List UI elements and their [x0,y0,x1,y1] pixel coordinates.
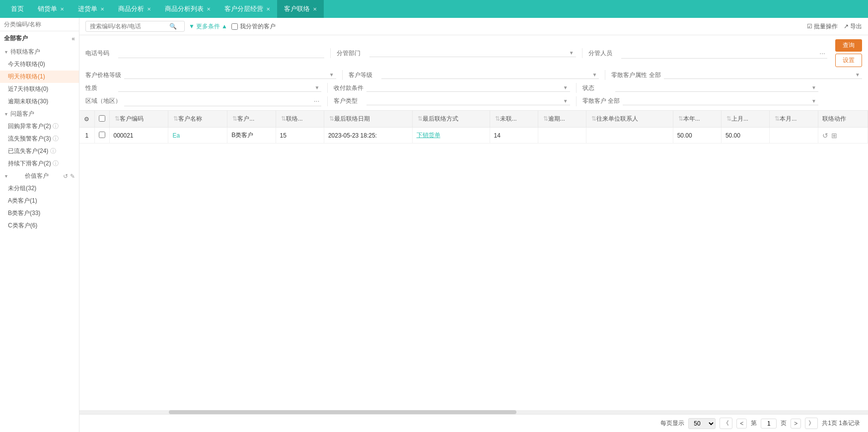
scrollbar-thumb[interactable] [169,410,516,414]
td-seq: 1 [79,128,94,144]
filter-retail-select[interactable]: ▼ [623,97,818,105]
ellipsis-icon[interactable]: ··· [314,97,320,105]
nav-sales-order[interactable]: 销货单 ✕ [31,0,71,18]
sidebar-item-b-class[interactable]: B类客户(33) [0,207,79,219]
per-page-select[interactable]: 50 100 200 [688,418,716,429]
nav-purchase-order[interactable]: 进货单 ✕ [71,0,111,18]
filter-more-btn[interactable]: ▼ 更多条件 ▲ [189,22,227,31]
chevron-down-icon: ▼ [592,72,597,77]
th-this-month: ⇅本月... [770,111,818,128]
filter-price-grade: 客户价格等级 ▼ [85,71,336,79]
th-gear[interactable]: ⚙ [79,111,94,128]
sidebar-item-declining[interactable]: 持续下滑客户(2) ⓘ [0,157,79,170]
nav-customer-tier[interactable]: 客户分层经营 ✕ [217,0,277,18]
query-button[interactable]: 查询 [835,39,862,52]
grid-action-icon[interactable]: ⊞ [831,132,837,140]
last-page-btn[interactable]: 》 [805,418,818,429]
td-action[interactable]: ↺ ⊞ [818,128,868,144]
refresh-action-icon[interactable]: ↺ [822,132,828,140]
my-customers-checkbox[interactable]: 我分管的客户 [231,22,276,31]
filter-dept: 分管部门 ▼ [337,49,576,58]
page-input[interactable] [761,419,777,429]
search-wrap: 🔍 [85,21,185,32]
filter-payment-select[interactable]: ▼ [366,84,570,92]
ellipsis-icon[interactable]: ··· [819,49,825,57]
close-icon[interactable]: ✕ [147,6,151,12]
filter-nature: 性质 ▼ [85,84,321,92]
select-all-checkbox[interactable] [99,115,105,122]
filter-row-4: 区域（地区） ··· 客户类型 ▼ 零散客户 全部 [85,96,862,106]
td-check[interactable] [94,128,109,144]
sidebar-item-lost-warning[interactable]: 流失预警客户(3) ⓘ [0,133,79,145]
close-icon[interactable]: ✕ [100,6,104,12]
nav-product-analysis-list[interactable]: 商品分析列表 ✕ [158,0,217,18]
search-input[interactable] [90,23,169,30]
first-page-btn[interactable]: 《 [720,418,732,429]
chevron-down-icon: ▼ [811,85,816,90]
sidebar-item-today[interactable]: 今天待联络(0) [0,58,79,71]
chevron-down-icon: ▼ [314,85,319,90]
filter-nature-label: 性质 [85,84,115,92]
nav-product-analysis[interactable]: 商品分析 ✕ [111,0,158,18]
close-icon[interactable]: ✕ [266,6,270,12]
sidebar-search-input[interactable] [4,21,78,28]
info-icon: ⓘ [53,123,59,130]
td-this-year: 50.00 [673,128,721,144]
sidebar-item-tomorrow[interactable]: 明天待联络(1) [0,71,79,83]
prev-page-btn[interactable]: < [736,419,747,429]
filter-phone: 电话号码 [85,49,324,58]
filter-retail-attr-select[interactable]: ▼ [664,71,862,79]
filter-status-select[interactable]: ▼ [615,84,818,92]
filter-customer-grade-select[interactable]: ▼ [381,71,599,79]
collapse-icon[interactable]: « [72,35,75,42]
sidebar-item-ungroup[interactable]: 未分组(32) [0,182,79,195]
filter-nature-select[interactable]: ▼ [118,84,321,92]
close-icon[interactable]: ✕ [60,6,64,12]
edit-icon[interactable]: ✎ [70,173,75,180]
th-name: ⇅客户名称 [168,111,227,128]
th-checkbox[interactable] [94,111,109,128]
settings-button[interactable]: 设置 [835,54,862,67]
filter-region-select[interactable]: ··· [124,96,321,106]
filter-icon: ▼ [189,23,195,30]
filter-manager: 分管人员 ··· [588,48,827,59]
export-icon: ↗ [844,23,849,30]
filter-dept-label: 分管部门 [337,49,366,58]
sidebar-item-7days[interactable]: 近7天待联络(0) [0,83,79,95]
filter-manager-select[interactable]: ··· [621,48,827,59]
batch-operation-btn[interactable]: ☑ 批量操作 [807,22,838,31]
filter-customer-type-select[interactable]: ▼ [366,97,570,105]
filter-dept-select[interactable]: ▼ [369,49,576,57]
td-name[interactable]: Ea [168,128,227,144]
filter-row-1: 电话号码 分管部门 ▼ 分管人员 ··· [85,39,862,67]
sidebar-item-c-class[interactable]: C类客户(6) [0,219,79,232]
sidebar-item-a-class[interactable]: A类客户(1) [0,195,79,207]
horizontal-scrollbar[interactable] [79,410,868,414]
sidebar-item-lost[interactable]: 已流失客户(24) ⓘ [0,145,79,157]
refresh-icon[interactable]: ↺ [63,173,68,180]
td-last-method[interactable]: 下销货单 [412,128,490,144]
my-customers-check[interactable] [231,23,238,30]
row-checkbox[interactable] [99,132,105,138]
close-icon[interactable]: ✕ [207,6,211,12]
filter-phone-input[interactable] [118,49,324,58]
filter-status-label: 状态 [582,84,612,92]
customer-table: ⚙ ⇅客户编码 ⇅客户名称 ⇅客户... ⇅联络... ⇅最后联络日期 ⇅最后联… [79,111,868,144]
sidebar-all-customers[interactable]: 全部客户 « [0,31,79,46]
sidebar-item-overdue[interactable]: 逾期未联络(30) [0,95,79,108]
search-icon[interactable]: 🔍 [169,23,177,30]
filter-retail-attr-label: 零散客户属性 全部 [611,71,660,79]
chevron-down-icon: ▼ [569,50,574,56]
filter-price-grade-select[interactable]: ▼ [124,71,336,79]
chevron-down-icon: ▼ [811,98,816,104]
td-code: 000021 [109,128,168,144]
per-page-label: 每页显示 [660,419,684,428]
next-page-btn[interactable]: > [791,419,801,429]
export-btn[interactable]: ↗ 导出 [844,22,862,31]
sidebar-item-repurchase-abnormal[interactable]: 回购异常客户(2) ⓘ [0,120,79,133]
nav-home[interactable]: 首页 [4,0,31,18]
close-icon[interactable]: ✕ [313,6,317,12]
filter-customer-type: 客户类型 ▼ [334,97,570,105]
filter-customer-grade-label: 客户等级 [349,71,378,79]
nav-customer-contact[interactable]: 客户联络 ✕ [277,0,324,18]
